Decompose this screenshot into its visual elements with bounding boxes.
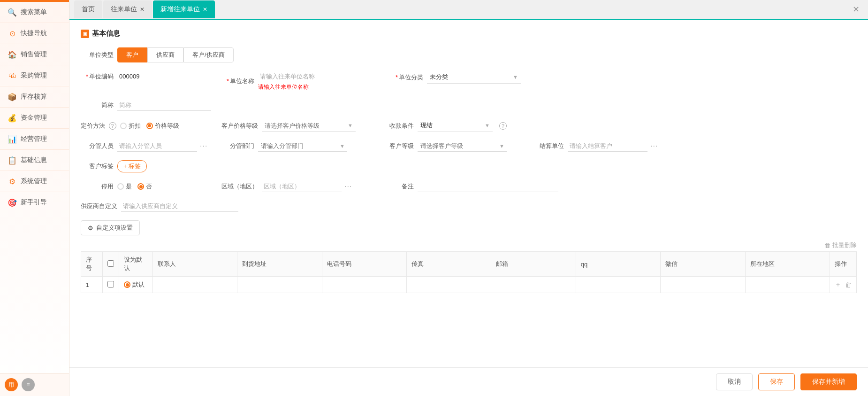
radio-default-dot <box>126 283 129 287</box>
row-default-radio[interactable]: 默认 <box>124 280 148 289</box>
disabled-row: 停用 是 否 区域（地区） <box>81 181 857 192</box>
qq-input[interactable] <box>581 281 655 288</box>
region-more-btn[interactable]: ··· <box>344 182 352 191</box>
cell-region[interactable] <box>745 277 830 293</box>
user-avatar[interactable]: 用 <box>5 378 18 391</box>
cell-contact[interactable] <box>153 277 237 293</box>
payment-terms-help-icon[interactable]: ? <box>499 122 507 130</box>
tab-new-counterparty-close[interactable]: ✕ <box>203 7 207 12</box>
region-input[interactable] <box>262 181 344 192</box>
sidebar-item-guide[interactable]: 🎯 新手引导 <box>0 192 69 213</box>
sidebar-item-finance[interactable]: 💰 资金管理 <box>0 108 69 129</box>
sidebar-item-label: 经营管理 <box>21 135 47 143</box>
table-row: 1 默认 <box>81 277 857 293</box>
department-select[interactable]: ▼ <box>258 140 347 152</box>
tab-new-counterparty-label: 新增往来单位 <box>160 5 200 14</box>
settlement-unit-input[interactable] <box>568 140 650 151</box>
address-input[interactable] <box>242 281 317 288</box>
cell-qq[interactable] <box>576 277 660 293</box>
tab-bar-close-btn[interactable]: ✕ <box>849 4 863 15</box>
cell-email[interactable] <box>491 277 576 293</box>
email-input[interactable] <box>496 281 571 288</box>
unit-category-select[interactable]: 未分类 ▼ <box>427 71 521 84</box>
cell-wechat[interactable] <box>661 277 745 293</box>
search-icon: 🔍 <box>8 8 17 17</box>
wechat-input[interactable] <box>665 281 740 288</box>
tab-counterparty[interactable]: 往来单位 ✕ <box>103 0 152 18</box>
save-and-add-btn[interactable]: 保存并新增 <box>800 373 857 390</box>
tab-new-counterparty[interactable]: 新增往来单位 ✕ <box>153 0 215 18</box>
save-btn[interactable]: 保存 <box>758 373 795 390</box>
contact-input[interactable] <box>158 281 232 288</box>
unit-type-group: 客户 供应商 客户/供应商 <box>117 47 234 62</box>
unit-type-row: 单位类型 客户 供应商 客户/供应商 <box>81 47 857 62</box>
manager-row: 分管人员 ··· 分管部门 ▼ 客户等级 ▼ <box>81 140 857 152</box>
tab-home[interactable]: 首页 <box>74 0 102 18</box>
sidebar-item-operations[interactable]: 📊 经营管理 <box>0 129 69 150</box>
unit-code-input[interactable] <box>117 71 211 82</box>
sidebar-item-sales[interactable]: 🏠 销售管理 <box>0 44 69 65</box>
delete-icon: 🗑 <box>824 242 830 249</box>
sidebar-item-quick-nav[interactable]: ⊙ 快捷导航 <box>0 23 69 44</box>
pricing-help-icon[interactable]: ? <box>109 122 116 130</box>
manager-wrap: ··· <box>117 140 197 152</box>
default-label: 默认 <box>132 280 145 289</box>
th-qq: qq <box>576 252 660 277</box>
sidebar-bottom: 用 ≡ <box>0 373 69 396</box>
short-name-input[interactable] <box>117 100 211 110</box>
sidebar-item-system[interactable]: ⚙ 系统管理 <box>0 171 69 192</box>
select-all-checkbox[interactable] <box>107 260 114 267</box>
manager-more-btn[interactable]: ··· <box>200 142 207 150</box>
radio-price-level-label: 价格等级 <box>155 122 179 130</box>
remark-input[interactable] <box>418 181 558 192</box>
radio-discount[interactable]: 折扣 <box>120 122 141 130</box>
radio-dot <box>148 124 151 127</box>
sidebar-item-purchase[interactable]: 🛍 采购管理 <box>0 65 69 86</box>
settlement-unit-more-btn[interactable]: ··· <box>650 142 658 150</box>
row-actions: ＋ 🗑 <box>835 280 852 289</box>
customer-price-level-select[interactable]: ▼ <box>262 120 356 132</box>
unit-type-customer-btn[interactable]: 客户 <box>117 47 147 62</box>
custom-settings-btn[interactable]: ⚙ 自定义项设置 <box>81 220 140 235</box>
settings-bottom-icon[interactable]: ≡ <box>22 378 35 391</box>
department-input[interactable] <box>261 142 340 149</box>
chevron-down-icon: ▼ <box>513 74 518 80</box>
customer-level-select[interactable]: ▼ <box>418 140 507 152</box>
short-name-label: 简称 <box>81 101 114 109</box>
sidebar-item-basic-info[interactable]: 📋 基础信息 <box>0 150 69 171</box>
sidebar-item-search[interactable]: 🔍 搜索菜单 <box>0 2 69 23</box>
remark-wrap <box>418 181 558 192</box>
batch-delete-btn[interactable]: 🗑 批量删除 <box>824 241 857 249</box>
unit-name-input[interactable] <box>258 71 341 82</box>
cancel-btn[interactable]: 取消 <box>716 373 753 390</box>
customer-level-input[interactable] <box>420 142 499 149</box>
payment-terms-select[interactable]: 现结 ▼ <box>418 119 493 132</box>
add-row-btn[interactable]: ＋ <box>835 280 841 289</box>
unit-type-supplier-btn[interactable]: 供应商 <box>147 47 183 62</box>
row-checkbox[interactable] <box>107 281 114 287</box>
th-index: 序号 <box>81 252 103 277</box>
tab-counterparty-close[interactable]: ✕ <box>140 7 145 12</box>
customer-price-level-input[interactable] <box>265 122 348 129</box>
radio-yes[interactable]: 是 <box>117 182 132 191</box>
radio-no[interactable]: 否 <box>137 182 152 191</box>
fax-input[interactable] <box>411 281 486 288</box>
th-fax: 传真 <box>407 252 491 277</box>
sidebar-item-inventory[interactable]: 📦 库存核算 <box>0 86 69 108</box>
supplier-custom-input[interactable] <box>121 201 238 211</box>
cell-fax[interactable] <box>407 277 491 293</box>
cell-phone[interactable] <box>322 277 406 293</box>
phone-input[interactable] <box>327 281 402 288</box>
pricing-method-label: 定价方法 ? <box>81 122 116 130</box>
disabled-label: 停用 <box>81 182 114 191</box>
cell-address[interactable] <box>237 277 322 293</box>
unit-type-both-btn[interactable]: 客户/供应商 <box>183 47 234 62</box>
add-tag-btn[interactable]: + 标签 <box>117 160 147 172</box>
radio-discount-label: 折扣 <box>129 122 141 130</box>
delete-row-btn[interactable]: 🗑 <box>845 281 852 288</box>
sidebar-item-label: 采购管理 <box>21 71 47 80</box>
manager-input[interactable] <box>117 140 200 151</box>
settlement-unit-label: 结算单位 <box>531 142 564 150</box>
radio-price-level[interactable]: 价格等级 <box>146 122 179 130</box>
region-table-input[interactable] <box>750 281 825 288</box>
